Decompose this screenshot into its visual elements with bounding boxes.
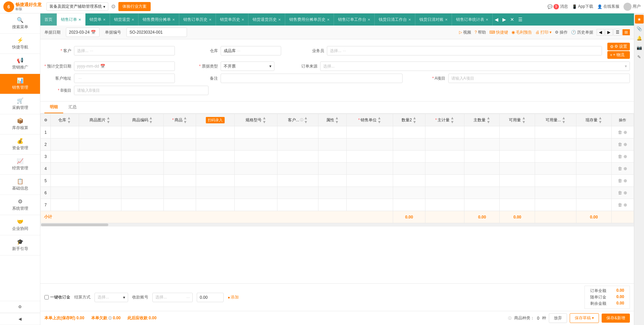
payment-amount-input[interactable]: 0.00	[197, 293, 224, 302]
sidebar-item-system[interactable]: ⚙ 系统管理	[0, 195, 40, 215]
row-customer-code-1[interactable]	[277, 126, 318, 138]
horizontal-scrollbar[interactable]	[40, 223, 634, 227]
tab-sales-invoice-history[interactable]: 销货单历史 ✕	[216, 13, 249, 26]
delete-icon-6[interactable]: 🗑	[618, 190, 622, 195]
app-download-item[interactable]: 📱 App下载	[572, 4, 593, 9]
tab-expense-history[interactable]: 销售费用分摊单历史 ✕	[285, 13, 334, 26]
invoice-type-select[interactable]: 不开票 ▾	[221, 62, 274, 71]
row-code-1[interactable]	[121, 126, 163, 138]
delete-icon-2[interactable]: 🗑	[618, 142, 622, 147]
payment-method-select[interactable]: 选择... ▾	[94, 293, 128, 302]
tab-close-statistics[interactable]: ✕	[486, 18, 488, 22]
copy-icon-3[interactable]: ⊕	[623, 154, 627, 159]
tab-close-return-history[interactable]: ✕	[278, 18, 281, 22]
settings-icon[interactable]: ⚙	[111, 3, 116, 10]
tab-close-sales-return[interactable]: ✕	[131, 18, 134, 22]
header-nav-next[interactable]: ▶	[605, 29, 613, 36]
scroll-thumb[interactable]	[41, 224, 108, 226]
message-item[interactable]: 💬 9 消息	[547, 4, 568, 9]
tab-order-workbench[interactable]: 销售订单工作台 ✕	[334, 13, 375, 26]
tab-statistics[interactable]: 销售订单统计表 ✕	[452, 13, 493, 26]
order-source-select[interactable]: 选择... ▾	[320, 62, 630, 71]
sidebar-item-quicknav[interactable]: ⚡ 快捷导航	[0, 34, 40, 54]
tab-close-reconcile[interactable]: ✕	[445, 18, 448, 22]
tab-home[interactable]: 首页	[40, 13, 57, 26]
scan-button[interactable]: 扫码录入	[206, 117, 225, 123]
tab-close-sales-expense[interactable]: ✕	[172, 18, 175, 22]
delete-icon-4[interactable]: 🗑	[618, 166, 622, 171]
warehouse-input[interactable]: 成品库 ···	[221, 46, 281, 55]
remarks-input[interactable]	[221, 74, 403, 83]
delete-icon-7[interactable]: 🗑	[618, 202, 622, 207]
history-action[interactable]: 🕐 历史单据	[571, 30, 593, 35]
date-input[interactable]: 2023-03-24 📅	[66, 28, 100, 37]
row-product-1[interactable]	[164, 126, 196, 138]
copy-icon-2[interactable]: ⊕	[623, 142, 627, 147]
sidebar-collapse[interactable]: ◀	[0, 313, 40, 325]
delete-icon-1[interactable]: 🗑	[618, 130, 622, 135]
right-panel-edit[interactable]: ✎	[635, 52, 644, 61]
print-chevron[interactable]: ▾	[550, 30, 552, 35]
system-title[interactable]: 装备及固定资产辅助管理系统 ▾	[46, 2, 108, 11]
one-click-checkbox[interactable]	[44, 295, 49, 299]
row-qty2-1[interactable]	[393, 126, 425, 138]
row-main-qty-1[interactable]	[464, 126, 500, 138]
sidebar-item-inventory[interactable]: 📦 库存核算	[0, 114, 40, 134]
delivery-date-input[interactable]: yyyy-mm-dd 📅	[74, 62, 175, 71]
tab-summary[interactable]: 汇总	[63, 101, 82, 113]
save-new-button[interactable]: 保存&新增	[602, 314, 630, 323]
row-attr-1[interactable]	[318, 126, 347, 138]
tab-detail[interactable]: 明细	[44, 101, 63, 113]
sidebar-item-collab[interactable]: 🤝 企业协同	[0, 215, 40, 235]
tab-close-sales-invoice[interactable]: ✕	[103, 18, 106, 22]
right-panel-camera[interactable]: 📷	[635, 43, 644, 52]
online-service-item[interactable]: 👤 在线客服	[597, 4, 619, 9]
tab-sales-return-history[interactable]: 销货退货历史 ✕	[249, 13, 285, 26]
row-spec-1[interactable]	[235, 126, 277, 138]
order-no-input[interactable]: SO-20230324-001	[126, 28, 187, 37]
customer-address-input[interactable]: ···	[74, 74, 175, 83]
save-draft-button[interactable]: 保存草稿 ▾	[570, 313, 599, 323]
print-action[interactable]: 🖨 打印 ▾	[535, 30, 552, 35]
tab-sales-invoice[interactable]: 销货单 ✕	[85, 13, 110, 26]
copy-icon-6[interactable]: ⊕	[623, 190, 627, 195]
tab-close-all-btn[interactable]: ✕	[508, 17, 516, 22]
tab-close-invoice-history[interactable]: ✕	[241, 18, 244, 22]
right-panel-star[interactable]: ★	[635, 15, 644, 24]
row-warehouse-1[interactable]	[51, 126, 79, 138]
tab-close-order-workbench[interactable]: ✕	[368, 18, 370, 22]
user-item[interactable]: 用户	[623, 3, 641, 11]
tab-close-daily-workbench[interactable]: ✕	[408, 18, 411, 22]
tab-menu-btn[interactable]: ☰	[516, 17, 525, 22]
sidebar-item-guide[interactable]: 🎓 新手引导	[0, 235, 40, 255]
tab-close-order-history[interactable]: ✕	[209, 18, 212, 22]
copy-icon-1[interactable]: ⊕	[623, 130, 627, 135]
salesperson-input[interactable]: 选择... ···	[327, 46, 602, 55]
row-warehouse-2[interactable]	[51, 138, 79, 151]
a-project-input[interactable]: 请输入A项目	[448, 74, 630, 83]
profit-action[interactable]: ◉ 毛利预告	[512, 30, 532, 35]
draft-chevron[interactable]: ▾	[592, 316, 594, 320]
tab-sales-return[interactable]: 销货退货 ✕	[110, 13, 139, 26]
header-layout-grid[interactable]: ⊞	[622, 29, 630, 35]
discard-button[interactable]: 放弃	[549, 313, 567, 323]
sidebar-item-search[interactable]: 🔍 搜索菜单	[0, 13, 40, 34]
copy-icon-5[interactable]: ⊕	[623, 178, 627, 183]
col-settings[interactable]: ⚙	[41, 114, 51, 126]
tab-daily-workbench[interactable]: 钱货日清工作台 ✕	[375, 13, 415, 26]
tab-sales-expense[interactable]: 销售费用分摊单 ✕	[139, 13, 179, 26]
header-nav-prev[interactable]: ◀	[597, 29, 604, 36]
shortcut-action[interactable]: ⌨ 快捷键	[489, 30, 508, 35]
add-payment-btn[interactable]: ● 添加	[228, 294, 239, 300]
industry-button[interactable]: 体验行业方案	[118, 2, 151, 11]
tab-sales-order[interactable]: 销售订单 ✕	[57, 13, 85, 26]
bank-account-select[interactable]: 选择... ···	[152, 293, 193, 302]
row-unit-1[interactable]	[346, 126, 393, 138]
sidebar-item-operations[interactable]: 📈 经营管理	[0, 155, 40, 175]
tab-prev-btn[interactable]: ◀	[493, 17, 500, 22]
tab-close-sales-order[interactable]: ✕	[78, 18, 81, 22]
copy-icon-7[interactable]: ⊕	[623, 202, 627, 207]
delete-icon-3[interactable]: 🗑	[618, 154, 622, 159]
header-layout-list[interactable]: ☰	[613, 29, 622, 36]
b-project-input[interactable]: 请输入B项目	[74, 86, 209, 95]
